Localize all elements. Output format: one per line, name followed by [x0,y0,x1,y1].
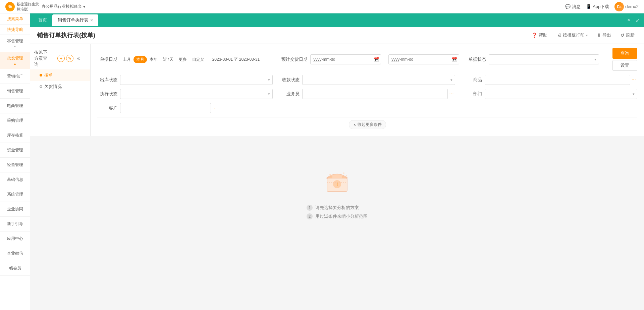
dept-label: 部门 [462,91,482,97]
exec-status-select[interactable] [120,89,273,99]
collapse-more-btn[interactable]: ∧ 收起更多条件 [349,120,386,129]
order-status-select[interactable] [489,54,599,64]
delivery-date-label: 预计交货日期 [281,56,308,62]
collection-status-select[interactable] [302,75,455,85]
goods-label: 商品 [462,77,482,83]
filter-field-goods: 商品 ··· [462,75,637,85]
help-label: 帮助 [539,32,547,38]
logo-area: 畅 畅捷通好生意 标准版 [5,2,39,11]
filter-scheme-backorder[interactable]: 欠货情况 [30,81,90,92]
delivery-status-control [120,75,273,85]
add-icon: + [60,56,62,61]
collapse-icon: « [77,55,80,61]
goods-more-btn[interactable]: ··· [630,77,637,83]
query-btn[interactable]: 查询 [612,48,637,59]
sidebar-item-quick-nav[interactable]: 快捷导航 [0,25,30,35]
salesperson-input[interactable] [302,89,448,99]
sidebar-item-basic-info[interactable]: 基础信息 [0,172,30,187]
print-label: 按模板打印 [563,32,585,38]
setting-btn[interactable]: 设置 [612,60,637,71]
print-icon: 🖨 [557,33,561,38]
print-btn[interactable]: 🖨 按模板打印 ▾ [554,31,590,40]
filter-field-order-status: 单据状态 [466,54,599,64]
delivery-date-start[interactable] [310,54,381,64]
help-icon: ❓ [532,33,537,38]
export-btn[interactable]: ⬇ 导出 [594,31,614,40]
sidebar-item-marketing[interactable]: 营销推广 [0,69,30,84]
customer-input[interactable] [120,103,211,113]
user-profile[interactable]: Ea demo2 [614,2,639,11]
date-range-display: 2023-03-01 至 2023-03-31 [212,57,260,62]
date-btn-this-year[interactable]: 本年 [147,56,160,63]
sidebar: 搜索菜单 快捷导航 零售管理 ▾ 批发管理 ▴ 营销推广 销售管理 电商管理 采… [0,13,30,310]
filter-field-collection-status: 收款状态 [279,75,455,85]
download-icon: 📱 [586,4,591,9]
tab-close-icon[interactable]: × [90,18,93,22]
date-btn-custom[interactable]: 自定义 [190,56,207,63]
sidebar-item-inventory[interactable]: 库存核算 [0,128,30,143]
sidebar-item-ecom[interactable]: 电商管理 [0,99,30,113]
sidebar-item-ops[interactable]: 经营管理 [0,158,30,172]
sidebar-item-retail[interactable]: 零售管理 ▾ [0,35,30,52]
date-btn-last-month[interactable]: 上月 [120,56,133,63]
export-icon: ⬇ [597,33,601,38]
system-selector[interactable]: 办公用品行业模拟账套 ▾ [42,4,85,9]
tab-expand-btn[interactable]: ⤢ [634,16,641,25]
sidebar-item-wholesale[interactable]: 批发管理 ▴ [0,52,30,69]
filter-panel: 按以下方案查询 + ✎ « [30,44,644,136]
filter-scheme-by-order[interactable]: 按单 [30,69,90,81]
date-btn-this-month[interactable]: 本月 [133,56,147,63]
customer-label: 客户 [97,105,117,111]
message-action[interactable]: 💬 消息 [565,4,581,10]
sidebar-item-sales[interactable]: 销售管理 [0,84,30,99]
filter-edit-btn[interactable]: ✎ [66,55,73,62]
customer-more-btn[interactable]: ··· [211,105,218,111]
sidebar-item-enterprise-collab[interactable]: 企业协同 [0,202,30,217]
date-btn-7days[interactable]: 近7天 [160,56,176,63]
delivery-status-select[interactable] [120,75,273,85]
sidebar-item-member[interactable]: 畅会员 [0,261,30,276]
filter-field-customer: 客户 ··· [97,103,218,113]
order-status-control [489,54,599,64]
sidebar-item-system[interactable]: 系统管理 [0,187,30,202]
export-label: 导出 [602,32,611,38]
filter-add-btn[interactable]: + [57,55,65,62]
svg-point-5 [343,172,344,174]
filter-row-3: 执行状态 业务员 [97,89,637,99]
salesperson-more-btn[interactable]: ··· [448,91,455,97]
collapse-up-icon: ∧ [353,122,356,127]
step2-label: 用过滤条件来缩小分析范围 [315,213,368,219]
sidebar-item-finance[interactable]: 资金管理 [0,143,30,158]
print-arrow-icon: ▾ [586,34,588,37]
sidebar-item-enterprise-wechat[interactable]: 企业微信 [0,246,30,261]
date-label: 单据日期 [97,56,117,62]
inactive-scheme-dot [40,85,42,88]
filter-panel-inner: 按以下方案查询 + ✎ « [30,44,644,136]
page-title: 销售订单执行表(按单) [37,31,95,39]
svg-point-6 [346,175,347,176]
tab-sales-order[interactable]: 销售订单执行表 × [52,14,98,26]
filter-row-1: 单据日期 上月 本月 本年 近7天 更多 自定义 [97,48,637,71]
sidebar-item-purchase[interactable]: 采购管理 [0,113,30,128]
empty-step-1: 1 请先选择要分析的方案 [307,205,368,211]
dept-control [485,89,637,99]
help-btn[interactable]: ❓ 帮助 [529,31,550,40]
filter-field-delivery-date: 预计交货日期 📅 — 📅 [281,54,459,64]
sidebar-item-app-center[interactable]: 应用中心 [0,231,30,246]
delivery-date-end[interactable] [388,54,459,64]
customer-control: ··· [120,103,218,113]
sidebar-item-new-user[interactable]: 新手引导 [0,217,30,231]
tab-close-btn[interactable]: × [626,16,632,24]
filter-collapse-btn[interactable]: « [75,55,82,62]
tab-home[interactable]: 首页 [33,14,52,26]
refresh-btn[interactable]: ↺ 刷新 [618,31,637,40]
goods-input[interactable] [485,75,630,85]
scheme-by-order-label: 按单 [44,72,53,78]
dept-select[interactable] [485,89,637,99]
salesperson-label: 业务员 [279,91,300,97]
filter-row-4: 客户 ··· [97,103,637,113]
app-download-action[interactable]: 📱 App下载 [586,4,609,10]
date-btn-more[interactable]: 更多 [176,56,190,63]
sidebar-search[interactable]: 搜索菜单 [0,13,30,25]
refresh-icon: ↺ [621,33,625,38]
